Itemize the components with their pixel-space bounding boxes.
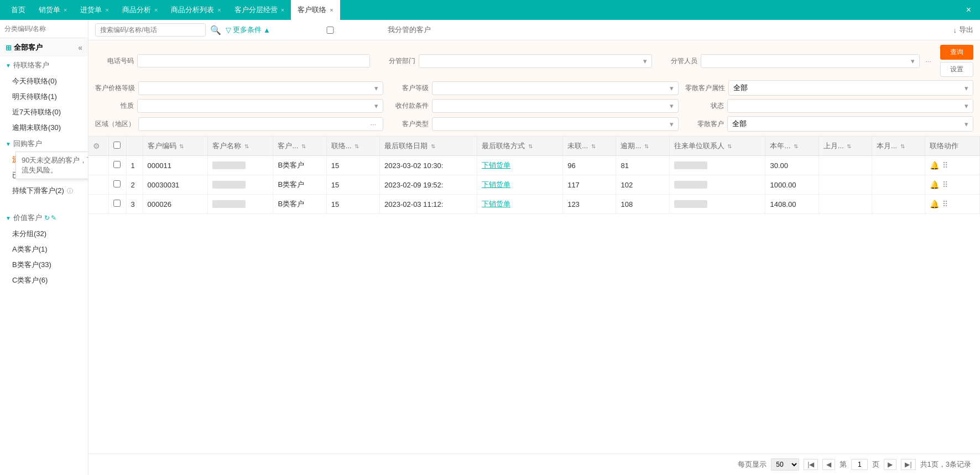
sort-last-month-icon[interactable]: ⇅ [847,143,851,149]
price-level-select[interactable]: ▾ [138,81,383,95]
query-button[interactable]: 查询 [940,45,973,60]
person-more-icon[interactable]: ··· [923,57,934,65]
sort-type-icon[interactable]: ⇅ [301,143,306,149]
sort-contact-icon[interactable]: ⇅ [355,143,359,149]
sidebar-item-class-a[interactable]: A类客户(1) [0,242,88,257]
col-contact[interactable]: 联络... ⇅ [326,137,379,156]
close-all-tabs-button[interactable]: × [962,5,976,15]
contact-action-icon[interactable]: 🔔 [930,200,939,208]
main-layout: 🔍 ⊞ 全部客户 « ▼ 待联络客户 今天待联络(0) 明天待联络(1) 近7天… [0,20,980,475]
col-last-contact-date[interactable]: 最后联络日期 ⇅ [380,137,477,156]
close-product-analysis-icon[interactable]: × [154,7,158,13]
sidebar-item-ungrouped[interactable]: 未分组(32) [0,226,88,242]
tab-customer-tier[interactable]: 客户分层经营 × [228,0,291,20]
col-this-month[interactable]: 本月... ⇅ [872,137,925,156]
close-purchase-order-icon[interactable]: × [105,7,108,13]
contact-action-icon[interactable]: 🔔 [930,180,939,189]
next-page-button[interactable]: ▶ [884,459,896,470]
col-last-contact-method[interactable]: 最后联络方式 ⇅ [477,137,563,156]
search-button[interactable]: 🔍 [210,25,221,35]
export-button[interactable]: ↓ 导出 [953,25,974,35]
tab-customer-contact[interactable]: 客户联络 × [291,0,340,20]
row-checkbox[interactable] [113,200,121,207]
close-product-analysis-list-icon[interactable]: × [217,7,221,13]
sidebar-group-pending[interactable]: ▼ 待联络客户 [0,57,88,74]
col-not-contacted[interactable]: 未联... ⇅ [563,137,616,156]
sort-code-icon[interactable]: ⇅ [179,143,184,149]
phone-input[interactable] [137,54,370,67]
tab-sales-order[interactable]: 销货单 × [32,0,74,20]
sidebar-search-input[interactable] [4,25,87,33]
sort-overdue-icon[interactable]: ⇅ [644,143,649,149]
home-tab[interactable]: 首页 [4,0,32,20]
more-action-icon[interactable]: ⠿ [942,200,948,208]
sort-historical-icon[interactable]: ⇅ [727,143,732,149]
gender-select[interactable]: ▾ [137,99,383,113]
my-customers-filter[interactable]: 我分管的客户 [275,25,431,35]
sort-last-date-icon[interactable]: ⇅ [431,143,435,149]
area-select[interactable]: ··· [138,117,383,131]
sidebar-all-customers[interactable]: ⊞ 全部客户 « [0,38,88,57]
select-all-checkbox[interactable] [113,142,121,149]
refresh-icon[interactable]: ↻ [44,214,50,222]
col-name[interactable]: 客户名称 ⇅ [208,137,273,156]
sidebar-item-overdue-pending[interactable]: 逾期未联络(30) [0,120,88,135]
sidebar-item-today-pending[interactable]: 今天待联络(0) [0,74,88,89]
last-contact-method-link[interactable]: 下销货单 [482,161,510,169]
contact-action-icon[interactable]: 🔔 [930,161,939,170]
close-sales-order-icon[interactable]: × [64,7,67,13]
first-page-button[interactable]: |◀ [804,459,818,470]
my-customers-checkbox[interactable] [275,27,385,34]
last-contact-method-link[interactable]: 下销货单 [482,200,510,208]
col-code[interactable]: 客户编码 ⇅ [143,137,208,156]
sort-not-contacted-icon[interactable]: ⇅ [591,143,596,149]
retail-customer-select[interactable]: 全部 ▾ [727,116,973,132]
row-checkbox[interactable] [113,180,121,187]
last-contact-method-link[interactable]: 下销货单 [482,180,510,189]
area-more-icon[interactable]: ··· [368,120,378,128]
page-number-input[interactable] [851,459,868,470]
person-select[interactable]: ▾ [701,54,920,68]
sort-name-icon[interactable]: ⇅ [244,143,249,149]
customer-level-select[interactable]: ▾ [432,81,678,95]
tab-purchase-order[interactable]: 进货单 × [74,0,115,20]
column-settings-icon[interactable]: ⚙ [93,142,100,150]
sidebar-item-class-b[interactable]: B类客户(33) [0,257,88,273]
more-action-icon[interactable]: ⠿ [942,180,948,189]
prev-page-button[interactable]: ◀ [822,459,835,470]
row-last-month [819,195,872,214]
col-last-month[interactable]: 上月... ⇅ [819,137,872,156]
col-this-year[interactable]: 本年... ⇅ [765,137,819,156]
search-input[interactable] [95,23,206,36]
sort-this-year-icon[interactable]: ⇅ [794,143,798,149]
settings-button[interactable]: 设置 [940,62,973,77]
collapse-icon[interactable]: « [78,43,82,52]
sidebar-item-week-pending[interactable]: 近7天待联络(0) [0,105,88,120]
sort-this-month-icon[interactable]: ⇅ [900,143,905,149]
status-select[interactable]: ▾ [727,99,973,113]
customer-type-select[interactable]: ▾ [432,117,678,131]
last-page-button[interactable]: ▶| [901,459,915,470]
sidebar-item-class-c[interactable]: C类客户(6) [0,273,88,288]
col-type[interactable]: 客户... ⇅ [273,137,326,156]
close-customer-tier-icon[interactable]: × [281,7,284,13]
table-area: ⚙ 客户编码 ⇅ 客户名称 ⇅ [88,137,980,453]
per-page-select[interactable]: 50 100 200 [771,458,799,471]
tab-product-analysis-list[interactable]: 商品分析列表 × [164,0,227,20]
sidebar-group-repurchase[interactable]: ▼ 回购客户 [0,135,88,152]
close-customer-contact-icon[interactable]: × [330,7,333,13]
retail-attr-select[interactable]: 全部 ▾ [728,80,973,96]
row-checkbox[interactable] [113,161,121,168]
sidebar-group-value[interactable]: ▼ 价值客户 ↻ ✎ [0,210,88,226]
payment-select[interactable]: ▾ [432,99,678,113]
tab-product-analysis[interactable]: 商品分析 × [116,0,164,20]
sidebar-item-declining[interactable]: 持续下滑客户(2) ⓘ [0,183,88,199]
sidebar-item-tomorrow-pending[interactable]: 明天待联络(1) [0,89,88,105]
more-filter-button[interactable]: ▽ 更多条件 ▲ [226,25,270,35]
col-overdue[interactable]: 逾期... ⇅ [616,137,669,156]
col-historical-contact[interactable]: 往来单位联系人 ⇅ [669,137,765,156]
sort-last-method-icon[interactable]: ⇅ [528,143,533,149]
dept-select[interactable]: ▾ [419,54,651,68]
more-action-icon[interactable]: ⠿ [942,161,948,170]
edit-icon[interactable]: ✎ [51,214,56,222]
